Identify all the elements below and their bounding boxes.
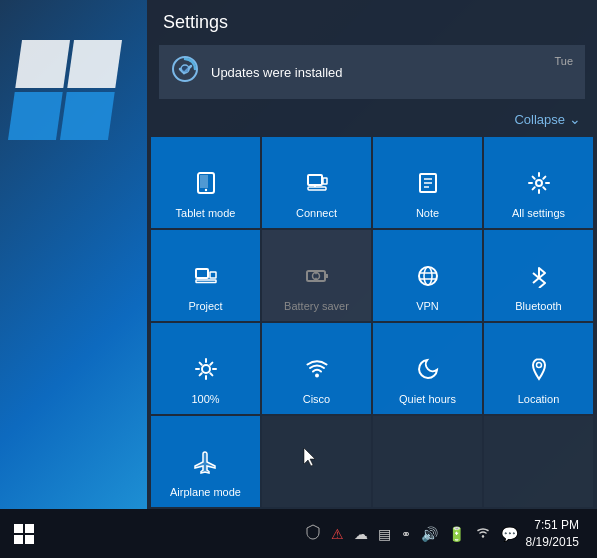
svg-point-13 bbox=[536, 180, 542, 186]
tray-message-icon[interactable]: 💬 bbox=[499, 524, 520, 544]
svg-rect-18 bbox=[325, 274, 328, 278]
svg-rect-3 bbox=[200, 175, 208, 188]
tile-location[interactable]: Location bbox=[484, 323, 593, 414]
project-icon bbox=[194, 264, 218, 294]
svg-rect-33 bbox=[14, 535, 23, 544]
tray-wifi-icon[interactable] bbox=[473, 522, 493, 545]
svg-rect-34 bbox=[25, 535, 34, 544]
tile-project[interactable]: Project bbox=[151, 230, 260, 321]
tile-connect-label: Connect bbox=[296, 207, 337, 220]
taskbar: ⚠ ☁ ▤ ⚭ 🔊 🔋 💬 7:51 PM 8/19/2015 bbox=[0, 509, 597, 558]
svg-rect-6 bbox=[308, 187, 326, 190]
clock-date: 8/19/2015 bbox=[526, 534, 579, 551]
tile-cisco[interactable]: Cisco bbox=[262, 323, 371, 414]
start-button[interactable] bbox=[4, 509, 44, 558]
quick-actions-grid: Tablet mode Connect bbox=[147, 135, 597, 509]
connect-icon bbox=[305, 171, 329, 201]
collapse-button[interactable]: Collapse ⌄ bbox=[147, 107, 597, 135]
tile-empty-3 bbox=[484, 416, 593, 507]
tile-vpn[interactable]: VPN bbox=[373, 230, 482, 321]
svg-rect-8 bbox=[323, 178, 327, 184]
chevron-down-icon: ⌄ bbox=[569, 111, 581, 127]
clock[interactable]: 7:51 PM 8/19/2015 bbox=[526, 517, 587, 551]
tile-note[interactable]: Note bbox=[373, 137, 482, 228]
tile-note-label: Note bbox=[416, 207, 439, 220]
svg-point-35 bbox=[481, 535, 483, 537]
tile-all-settings[interactable]: All settings bbox=[484, 137, 593, 228]
bluetooth-icon bbox=[527, 264, 551, 294]
wifi-cisco-icon bbox=[305, 357, 329, 387]
tray-cloud-icon[interactable]: ☁ bbox=[352, 524, 370, 544]
svg-point-30 bbox=[536, 362, 541, 367]
svg-rect-31 bbox=[14, 524, 23, 533]
notification-item[interactable]: Updates were installed Tue bbox=[159, 45, 585, 99]
tile-connect[interactable]: Connect bbox=[262, 137, 371, 228]
taskbar-left bbox=[0, 509, 44, 558]
tile-location-label: Location bbox=[518, 393, 560, 406]
tile-empty-cursor bbox=[262, 416, 371, 507]
settings-title: Settings bbox=[147, 0, 597, 41]
tray-alert-icon[interactable]: ⚠ bbox=[329, 524, 346, 544]
collapse-label: Collapse bbox=[514, 112, 565, 127]
tile-quiet-hours[interactable]: Quiet hours bbox=[373, 323, 482, 414]
brightness-icon bbox=[194, 357, 218, 387]
tile-bluetooth[interactable]: Bluetooth bbox=[484, 230, 593, 321]
airplane-mode-icon bbox=[194, 450, 218, 480]
settings-icon bbox=[527, 171, 551, 201]
tile-tablet-mode[interactable]: Tablet mode bbox=[151, 137, 260, 228]
svg-point-23 bbox=[424, 267, 432, 285]
tile-quiet-hours-label: Quiet hours bbox=[399, 393, 456, 406]
tray-shield-icon[interactable] bbox=[303, 522, 323, 545]
tile-cisco-label: Cisco bbox=[303, 393, 331, 406]
svg-rect-16 bbox=[210, 272, 216, 278]
tile-airplane-mode-label: Airplane mode bbox=[170, 486, 241, 499]
tile-empty-2 bbox=[373, 416, 482, 507]
svg-point-28 bbox=[202, 365, 210, 373]
vpn-icon bbox=[416, 264, 440, 294]
notification-time: Tue bbox=[554, 55, 573, 67]
tile-battery-saver-label: Battery saver bbox=[284, 300, 349, 313]
note-icon bbox=[416, 171, 440, 201]
notification-icon bbox=[171, 55, 199, 89]
tile-tablet-mode-label: Tablet mode bbox=[176, 207, 236, 220]
location-icon bbox=[527, 357, 551, 387]
tray-volume-icon[interactable]: 🔊 bbox=[419, 524, 440, 544]
tablet-mode-icon bbox=[194, 171, 218, 201]
svg-rect-32 bbox=[25, 524, 34, 533]
svg-rect-15 bbox=[196, 280, 216, 283]
svg-line-27 bbox=[533, 278, 539, 283]
svg-rect-5 bbox=[308, 175, 322, 185]
tray-battery-icon[interactable]: 🔋 bbox=[446, 524, 467, 544]
quiet-hours-icon bbox=[416, 357, 440, 387]
tray-display-icon[interactable]: ▤ bbox=[376, 524, 393, 544]
system-tray: ⚠ ☁ ▤ ⚭ 🔊 🔋 💬 7:51 PM 8/19/2015 bbox=[303, 517, 597, 551]
clock-time: 7:51 PM bbox=[534, 517, 579, 534]
tray-bluetooth-icon[interactable]: ⚭ bbox=[399, 525, 413, 543]
notification-text: Updates were installed bbox=[211, 65, 573, 80]
tile-airplane-mode[interactable]: Airplane mode bbox=[151, 416, 260, 507]
tile-all-settings-label: All settings bbox=[512, 207, 565, 220]
tile-bluetooth-label: Bluetooth bbox=[515, 300, 561, 313]
battery-saver-icon bbox=[305, 264, 329, 294]
tile-battery-saver[interactable]: Battery saver bbox=[262, 230, 371, 321]
tile-brightness-label: 100% bbox=[191, 393, 219, 406]
svg-point-22 bbox=[419, 267, 437, 285]
action-center: Settings Updates were installed Tue Coll… bbox=[147, 0, 597, 509]
svg-point-4 bbox=[204, 189, 206, 191]
svg-point-1 bbox=[181, 65, 189, 73]
svg-point-29 bbox=[315, 373, 319, 377]
tile-brightness[interactable]: 100% bbox=[151, 323, 260, 414]
windows-logo bbox=[8, 40, 122, 140]
tile-project-label: Project bbox=[188, 300, 222, 313]
tile-vpn-label: VPN bbox=[416, 300, 439, 313]
svg-rect-14 bbox=[196, 269, 208, 278]
